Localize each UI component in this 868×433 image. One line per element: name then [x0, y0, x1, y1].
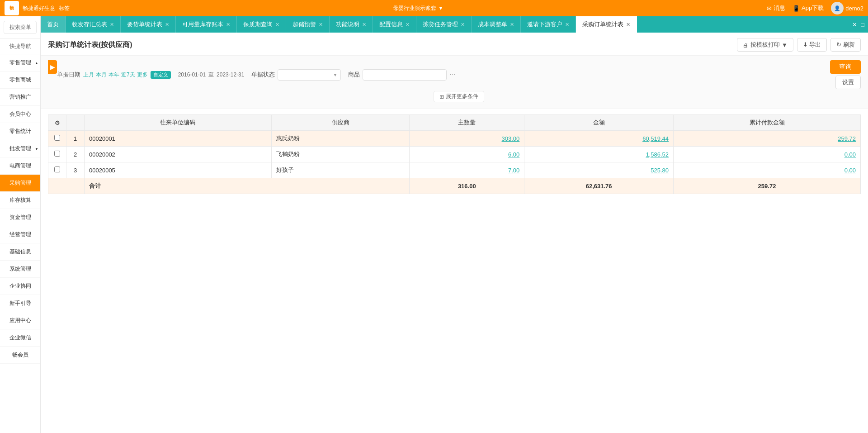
row2-check[interactable] [48, 147, 66, 162]
shortcut-more[interactable]: 更多 [137, 71, 148, 79]
tab-expiry-query[interactable]: 保质期查询 ✕ [237, 16, 286, 33]
shortcut-this-year[interactable]: 本年 [108, 71, 119, 79]
search-menu-btn[interactable]: 搜索菜单 [4, 21, 37, 34]
col-main-qty: 主数量 [410, 115, 524, 131]
row2-main-qty[interactable]: 6.00 [410, 147, 524, 162]
row2-idx: 2 [66, 147, 85, 162]
tab-cost-adjust[interactable]: 成本调整单 ✕ [472, 16, 521, 33]
tab-overstock-close[interactable]: ✕ [319, 22, 323, 28]
print-btn[interactable]: 🖨 按模板打印 ▼ [737, 38, 793, 52]
query-btn[interactable]: 查询 [830, 60, 861, 74]
goods-input[interactable] [363, 69, 447, 81]
sidebar-item-retail-stats[interactable]: 零售统计 [0, 123, 40, 140]
user-avatar-btn[interactable]: 👤 demo2 [831, 2, 863, 14]
row3-checkbox[interactable] [54, 167, 60, 172]
row2-amount[interactable]: 1,586.52 [524, 147, 674, 162]
row2-paid-amount[interactable]: 0.00 [674, 147, 861, 162]
col-supplier: 供应商 [271, 115, 409, 131]
row3-main-qty[interactable]: 7.00 [410, 162, 524, 178]
sidebar-item-vip-member[interactable]: 畅会员 [0, 347, 40, 364]
tab-expiry-query-close[interactable]: ✕ [275, 22, 279, 28]
tab-receive-send[interactable]: 收发存汇总表 ✕ [66, 16, 121, 33]
sidebar-item-enterprise-collab[interactable]: 企业协同 [0, 278, 40, 295]
refresh-btn[interactable]: ↻ 刷新 [830, 38, 861, 52]
tab-available-stock[interactable]: 可用量库存账本 ✕ [176, 16, 237, 33]
sidebar-item-enterprise-wechat[interactable]: 企业微信 [0, 329, 40, 347]
tab-cost-adjust-label: 成本调整单 [478, 20, 507, 29]
tab-config-info-close[interactable]: ✕ [406, 22, 410, 28]
row1-checkbox[interactable] [54, 135, 60, 141]
tab-config-info[interactable]: 配置信息 ✕ [373, 16, 416, 33]
tab-close-all-btn[interactable]: ✕ [852, 21, 857, 28]
tab-maximize-btn[interactable]: □ [861, 21, 864, 28]
page-header: 采购订单统计表(按供应商) 🖨 按模板打印 ▼ ⬇ 导出 ↻ 刷新 [41, 33, 868, 56]
tab-home[interactable]: 首页 [41, 16, 66, 33]
app-download-btn[interactable]: 📱 App下载 [793, 4, 824, 12]
tab-pick-task-label: 拣货任务管理 [423, 20, 458, 29]
tab-function-desc-close[interactable]: ✕ [362, 22, 366, 28]
avatar: 👤 [831, 2, 844, 14]
sidebar-item-member-center[interactable]: 会员中心 [0, 106, 40, 123]
tab-purchase-stats[interactable]: 采购订单统计表 ✕ [576, 16, 637, 33]
export-label: 导出 [809, 41, 821, 48]
sidebar-item-basic-info[interactable]: 基础信息 [0, 243, 40, 261]
row1-main-qty[interactable]: 303.00 [410, 131, 524, 147]
sidebar-item-marketing[interactable]: 营销推广 [0, 89, 40, 106]
sidebar-item-ops-mgmt[interactable]: 经营管理 [0, 226, 40, 243]
tab-receive-send-close[interactable]: ✕ [110, 22, 114, 28]
row3-unit-code: 00020005 [85, 162, 272, 178]
sidebar-item-new-guide[interactable]: 新手引导 [0, 295, 40, 312]
message-btn[interactable]: ✉ 消息 [767, 4, 785, 12]
tab-pick-task[interactable]: 拣货任务管理 ✕ [416, 16, 472, 33]
workspace-dropdown[interactable]: 母婴行业演示账套 ▼ [393, 5, 443, 12]
row1-idx: 1 [66, 131, 85, 147]
sidebar-item-retail-shop[interactable]: 零售商城 [0, 71, 40, 89]
tab-cost-adjust-close[interactable]: ✕ [510, 22, 514, 28]
shortcut-7days[interactable]: 近7天 [121, 71, 135, 79]
export-btn[interactable]: ⬇ 导出 [797, 38, 827, 52]
row1-check[interactable] [48, 131, 66, 147]
tab-purchase-stats-label: 采购订单统计表 [582, 20, 623, 29]
sidebar-item-wholesale-mgmt[interactable]: 批发管理 [0, 140, 40, 157]
sidebar-item-ecommerce-mgmt[interactable]: 电商管理 [0, 157, 40, 175]
sidebar-item-retail-mgmt[interactable]: 零售管理 [0, 54, 40, 71]
sidebar-item-app-center[interactable]: 应用中心 [0, 312, 40, 329]
row3-check[interactable] [48, 162, 66, 178]
row1-amount[interactable]: 60,519.44 [524, 131, 674, 147]
goods-more-icon[interactable]: ··· [449, 71, 455, 79]
sidebar-item-sys-mgmt[interactable]: 系统管理 [0, 261, 40, 278]
tab-pick-task-close[interactable]: ✕ [461, 22, 465, 28]
status-select[interactable] [278, 69, 341, 81]
query-actions: 查询 设置 [830, 60, 861, 89]
sidebar-search-section: 搜索菜单 [0, 16, 40, 39]
row3-amount[interactable]: 525.80 [524, 162, 674, 178]
sidebar-item-stock-check[interactable]: 库存核算 [0, 192, 40, 209]
sidebar-quick-nav[interactable]: 快捷导航 [0, 39, 40, 54]
row2-checkbox[interactable] [54, 151, 60, 157]
date-shortcuts: 上月 本月 本年 近7天 更多 [83, 71, 148, 79]
row3-paid-amount[interactable]: 0.00 [674, 162, 861, 178]
filter-toggle-arrow[interactable]: ▶ [48, 60, 57, 74]
shortcut-last-month[interactable]: 上月 [83, 71, 94, 79]
tab-goods-stats-close[interactable]: ✕ [165, 22, 169, 28]
sidebar-item-purchase-mgmt[interactable]: 采购管理 [0, 175, 40, 192]
tab-function-desc[interactable]: 功能说明 ✕ [330, 16, 373, 33]
row1-supplier: 惠氏奶粉 [271, 131, 409, 147]
tab-overstock[interactable]: 超储预警 ✕ [286, 16, 330, 33]
row3-supplier: 好孩子 [271, 162, 409, 178]
sidebar-item-capital-mgmt[interactable]: 资金管理 [0, 209, 40, 226]
tab-available-stock-close[interactable]: ✕ [226, 22, 230, 28]
tab-invite-downstream[interactable]: 邀请下游客户 ✕ [521, 16, 576, 33]
row1-paid-amount[interactable]: 259.72 [674, 131, 861, 147]
expand-label: 展开更多条件 [446, 93, 478, 100]
expand-more-btn[interactable]: ⊞ 展开更多条件 [434, 91, 484, 102]
tab-purchase-stats-close[interactable]: ✕ [626, 22, 630, 28]
workspace-name: 母婴行业演示账套 [393, 5, 436, 12]
table-footer: 合计 316.00 62,631.76 259.72 [48, 178, 861, 194]
tab-invite-downstream-close[interactable]: ✕ [565, 22, 569, 28]
tab-goods-stats[interactable]: 要货单统计表 ✕ [121, 16, 176, 33]
tab-bar: 首页 收发存汇总表 ✕ 要货单统计表 ✕ 可用量库存账本 ✕ 保质期查询 ✕ 超… [41, 16, 868, 33]
shortcut-this-month[interactable]: 本月 [96, 71, 107, 79]
col-settings[interactable]: ⚙ [48, 115, 66, 131]
settings-btn[interactable]: 设置 [835, 76, 861, 89]
